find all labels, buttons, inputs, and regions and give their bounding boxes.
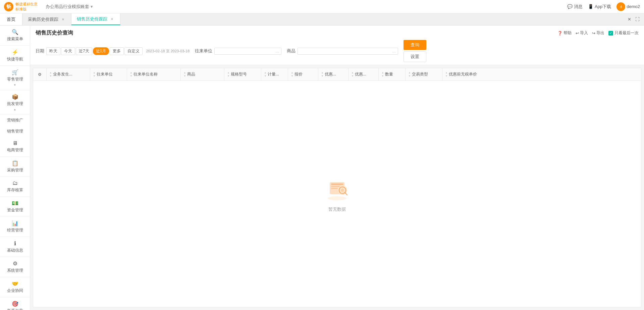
sidebar-item-operations-mgmt[interactable]: 📊 经营管理 <box>0 217 30 237</box>
export-btn[interactable]: ↪ 导出 <box>592 30 604 36</box>
th-biz-date[interactable]: ▲▼ 业务发生... <box>47 68 90 81</box>
page-header: 销售历史价查询 ❓ 帮助 ↩ 导入 ↪ 导出 ✓ <box>30 25 644 65</box>
sort-arrows-partner-code: ▲▼ <box>93 71 96 78</box>
download-icon: 📱 <box>588 4 593 9</box>
page-title-row: 销售历史价查询 ❓ 帮助 ↩ 导入 ↪ 导出 ✓ <box>36 30 639 37</box>
partner-filter-group: 往来单位 ... <box>195 48 281 55</box>
th-quote[interactable]: ▲▼ 报价 <box>288 68 318 81</box>
retail-arrow-icon: ▾ <box>14 83 16 87</box>
th-discount1[interactable]: ▲▼ 优惠... <box>318 68 348 81</box>
system-icon: ⚙ <box>13 260 17 267</box>
sidebar-item-quick-nav[interactable]: ⚡ 快捷导航 <box>0 46 30 66</box>
sidebar-item-inventory[interactable]: 🗂 库存核算 <box>0 177 30 197</box>
sidebar-item-purchase-mgmt[interactable]: 📋 采购管理 <box>0 157 30 177</box>
search-icon: 🔍 <box>12 29 18 35</box>
date-btn-more[interactable]: 更多 <box>110 47 124 55</box>
top-bar-right: 💬 消息 📱 App下载 d demo2 <box>567 2 640 11</box>
svg-rect-3 <box>331 186 340 187</box>
date-label: 日期 <box>36 48 44 54</box>
sidebar-item-ecommerce-mgmt[interactable]: 🖥 电商管理 <box>0 137 30 157</box>
partner-dots-icon: ... <box>275 49 279 54</box>
date-btn-yesterday[interactable]: 昨天 <box>46 47 60 55</box>
only-last-checkbox-area[interactable]: ✓ 只看最后一次 <box>608 30 639 36</box>
import-btn[interactable]: ↩ 导入 <box>576 30 588 36</box>
sidebar-label-enterprise-collab: 企业协同 <box>7 288 23 294</box>
action-buttons: 查询 设置 <box>404 40 426 62</box>
date-btn-custom[interactable]: 自定义 <box>124 47 143 55</box>
main-layout: 🔍 搜索菜单 ⚡ 快捷导航 🛒 零售管理 ▾ 📦 批发管理 ▴ 营销推广 销售管… <box>0 25 644 310</box>
empty-state: 暂无数据 <box>33 81 641 307</box>
close-purchase-tab-icon[interactable]: × <box>60 17 66 22</box>
help-btn[interactable]: ❓ 帮助 <box>557 30 572 36</box>
svg-rect-2 <box>331 184 343 185</box>
date-btn-1month[interactable]: 近1月 <box>93 47 109 55</box>
tab-home[interactable]: 首页 <box>0 13 22 25</box>
avatar: d <box>616 2 625 11</box>
sidebar-item-new-guide[interactable]: 🎯 新手引导 <box>0 297 30 310</box>
sidebar-item-finance-mgmt[interactable]: 💵 资金管理 <box>0 197 30 217</box>
finance-icon: 💵 <box>12 200 18 206</box>
th-partner-name[interactable]: ▲▼ 往来单位名称 <box>127 68 181 81</box>
gear-icon: ⚙ <box>38 72 42 77</box>
sidebar-label-operations-mgmt: 经营管理 <box>7 227 23 233</box>
tab-sales-history[interactable]: 销售历史价跟踪 × <box>71 13 120 25</box>
sidebar-item-wholesale-mgmt[interactable]: 📦 批发管理 ▴ <box>0 90 30 115</box>
filter-row: 日期 昨天 今天 近7天 近1月 更多 自定义 2023-02-18 至 202… <box>36 40 639 62</box>
sidebar-label-search-menu: 搜索菜单 <box>7 36 23 42</box>
sidebar-item-system-mgmt[interactable]: ⚙ 系统管理 <box>0 257 30 277</box>
svg-point-8 <box>341 189 344 192</box>
goods-label: 商品 <box>287 48 296 54</box>
th-goods[interactable]: ▲▼ 商品 <box>181 68 224 81</box>
th-spec[interactable]: ▲▼ 规格型号 <box>224 68 261 81</box>
close-sales-tab-icon[interactable]: × <box>109 16 115 22</box>
top-bar: 畅 畅捷通好生意 标准版 办公用品行业模拟账套 ▾ 💬 消息 📱 App下载 d… <box>0 0 644 13</box>
th-unit[interactable]: ▲▼ 计量... <box>261 68 288 81</box>
th-partner-code[interactable]: ▲▼ 往来单位 <box>90 68 127 81</box>
tab-purchase-history[interactable]: 采购历史价跟踪 × <box>22 13 71 25</box>
th-quantity[interactable]: ▲▼ 数量 <box>379 68 406 81</box>
date-btn-7days[interactable]: 近7天 <box>76 47 92 55</box>
query-button[interactable]: 查询 <box>404 40 426 50</box>
tab-bar-actions: ✕ ⛶ <box>623 13 644 25</box>
settings-button[interactable]: 设置 <box>404 51 426 62</box>
sidebar-item-sales-mgmt[interactable]: 销售管理 <box>0 126 30 137</box>
wholesale-icon: 📦 <box>12 94 18 100</box>
app-title: 办公用品行业模拟账套 <box>46 4 89 10</box>
sidebar-item-marketing[interactable]: 营销推广 <box>0 115 30 126</box>
sidebar-item-retail-mgmt[interactable]: 🛒 零售管理 ▾ <box>0 66 30 90</box>
app-download-btn[interactable]: 📱 App下载 <box>588 4 611 10</box>
sidebar-item-search-menu[interactable]: 🔍 搜索菜单 <box>0 25 30 46</box>
partner-input[interactable]: ... <box>214 48 281 55</box>
sidebar-item-enterprise-collab[interactable]: 🤝 企业协同 <box>0 277 30 297</box>
dropdown-arrow-icon[interactable]: ▾ <box>91 4 93 9</box>
th-gear[interactable]: ⚙ <box>33 68 47 81</box>
sort-arrows-quote: ▲▼ <box>291 71 293 78</box>
guide-icon: 🎯 <box>12 301 18 307</box>
tab-bar: 首页 采购历史价跟踪 × 销售历史价跟踪 × ✕ ⛶ <box>0 13 644 25</box>
sidebar-label-basic-info: 基础信息 <box>7 248 23 253</box>
user-profile-btn[interactable]: d demo2 <box>616 2 640 11</box>
date-buttons: 昨天 今天 近7天 近1月 更多 自定义 <box>46 47 143 55</box>
close-window-icon[interactable]: ✕ <box>627 17 632 22</box>
message-btn[interactable]: 💬 消息 <box>567 4 583 10</box>
sidebar-item-basic-info[interactable]: ℹ 基础信息 <box>0 237 30 257</box>
sort-arrows-goods: ▲▼ <box>183 71 186 78</box>
date-btn-today[interactable]: 今天 <box>61 47 75 55</box>
empty-text: 暂无数据 <box>328 206 346 212</box>
purchase-icon: 📋 <box>12 160 18 166</box>
quick-nav-icon: ⚡ <box>12 49 18 55</box>
logo-icon: 畅 <box>4 2 13 11</box>
sort-arrows-biz-date: ▲▼ <box>49 71 52 78</box>
th-trade-type[interactable]: ▲▼ 交易类型 <box>406 68 442 81</box>
goods-input[interactable]: ... <box>298 48 398 55</box>
th-no-tax-price[interactable]: ▲▼ 优惠前无税单价 <box>442 68 641 81</box>
sort-arrows-unit: ▲▼ <box>264 71 267 78</box>
page-actions: ❓ 帮助 ↩ 导入 ↪ 导出 ✓ 只看最后一次 <box>557 30 639 36</box>
top-bar-left: 畅 畅捷通好生意 标准版 办公用品行业模拟账套 ▾ <box>4 2 93 11</box>
maximize-window-icon[interactable]: ⛶ <box>635 17 640 22</box>
sort-arrows-spec: ▲▼ <box>227 71 230 78</box>
sidebar-label-ecommerce-mgmt: 电商管理 <box>7 147 23 153</box>
th-discount2[interactable]: ▲▼ 优惠... <box>348 68 379 81</box>
app-title-area: 办公用品行业模拟账套 ▾ <box>46 4 93 10</box>
sort-arrows-no-tax-price: ▲▼ <box>445 71 448 78</box>
